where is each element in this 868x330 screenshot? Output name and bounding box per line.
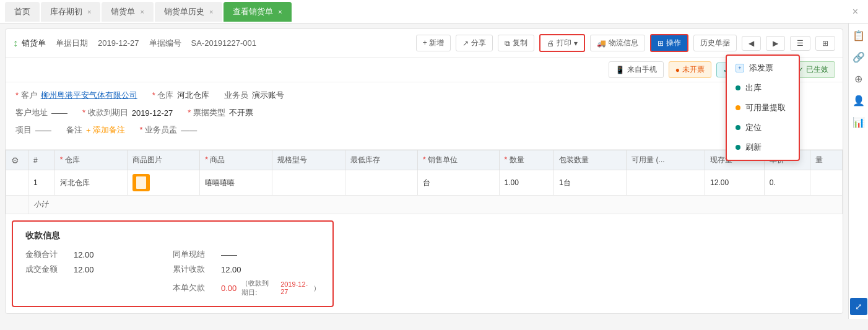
th-quantity: * 数量: [499, 150, 553, 170]
project-label: 项目: [15, 124, 32, 136]
product-thumb-inner: [136, 176, 146, 189]
row-pack-qty: 1台: [553, 170, 626, 196]
sidebar-icon-1[interactable]: 📋: [850, 27, 867, 44]
product-table: ⚙ # * 仓库 商品图片 * 商品 规格型号 最低库存 * 销售单位 * 数量…: [6, 150, 843, 214]
sidebar-icon-4[interactable]: 👤: [850, 92, 867, 109]
sidebar-icon-2[interactable]: 🔗: [850, 49, 867, 66]
print-button[interactable]: 🖨 打印 ▾: [539, 34, 585, 52]
tab-inventory[interactable]: 库存期初 ×: [41, 2, 100, 22]
th-product: * 商品: [200, 150, 272, 170]
add-invoice-icon: +: [736, 64, 744, 72]
expand-button[interactable]: ⤢: [850, 298, 867, 315]
outbound-label: 出库: [745, 82, 762, 93]
note-label: 备注: [66, 124, 82, 136]
th-num: #: [28, 150, 55, 170]
view-toggle-grid[interactable]: ⊞: [815, 36, 835, 51]
subtotal-label: 小计: [28, 196, 843, 214]
same-order-value: ——: [221, 250, 237, 259]
from-phone-button[interactable]: 📱 来自手机: [609, 61, 664, 78]
ticket-icon: ●: [675, 66, 680, 74]
product-thumbnail: [132, 174, 150, 191]
payment-total-label: 金额合计: [25, 249, 69, 260]
doc-date-label: 单据日期: [56, 38, 88, 49]
th-more: 量: [810, 150, 842, 170]
tab-view-sales-close[interactable]: ×: [278, 8, 282, 15]
history-button[interactable]: 历史单据: [693, 35, 737, 51]
tab-sales[interactable]: 销货单 ×: [102, 2, 153, 22]
dropdown-add-invoice[interactable]: + 添发票: [727, 58, 799, 78]
view-toggle-list[interactable]: ☰: [790, 36, 810, 51]
owed-value: 0.00: [221, 284, 237, 293]
tab-inventory-close[interactable]: ×: [87, 8, 91, 15]
doc-meta: 单据日期 2019-12-27 单据编号 SA-20191227-001: [56, 38, 256, 49]
window-close-button[interactable]: ×: [848, 4, 863, 20]
tab-home[interactable]: 首页: [5, 2, 40, 22]
employee2-field: 业务员盂 ——: [140, 124, 197, 136]
nav-prev-button[interactable]: ◀: [742, 36, 761, 51]
logistics-button[interactable]: 🚚 物流信息: [590, 35, 645, 51]
sidebar-icon-3[interactable]: ⊕: [852, 71, 865, 87]
row-quantity: 1.00: [499, 170, 553, 196]
doc-title-text: 销货单: [22, 38, 46, 49]
row-warehouse: 河北仓库: [54, 170, 127, 196]
refresh-dot: [736, 145, 740, 150]
form-area: 客户 柳州粤港平安气体有限公司 仓库 河北仓库 业务员 演示账号: [6, 82, 843, 150]
payment-grid: 金额合计 12.00 同单现结 —— 成交金额 12.00 累计收款: [25, 249, 320, 297]
dropdown-outbound[interactable]: 出库: [727, 78, 799, 98]
tab-bar: 首页 库存期初 × 销货单 × 销货单历史 × 查看销货单 × ×: [0, 0, 868, 24]
owed-due-date: 2019-12-27: [280, 280, 308, 295]
cumulative-label: 累计收款: [173, 264, 216, 275]
customer-value[interactable]: 柳州粤港平安气体有限公司: [41, 90, 137, 101]
tab-view-sales[interactable]: 查看销货单 ×: [224, 2, 291, 22]
customer-label: 客户: [15, 90, 37, 101]
ticket-type-value: 不开票: [229, 107, 253, 118]
operations-button[interactable]: ⊞ 操作: [650, 34, 688, 52]
payment-total-row: 金额合计 12.00: [25, 249, 173, 260]
tab-sales-history-close[interactable]: ×: [209, 8, 213, 15]
tab-sales-history[interactable]: 销货单历史 ×: [155, 2, 222, 22]
tab-sales-history-label: 销货单历史: [164, 6, 204, 17]
expand-icon: ⤢: [855, 302, 862, 311]
doc-actions: + 新增 ↗ 分享 ⧉ 复制 🖨 打印 ▾: [416, 34, 835, 52]
row-current-stock: 12.00: [705, 170, 765, 196]
th-warehouse: * 仓库: [54, 150, 127, 170]
doc-number-label: 单据编号: [149, 38, 181, 49]
operations-icon: ⊞: [658, 39, 664, 48]
nav-next-button[interactable]: ▶: [766, 36, 785, 51]
th-image: 商品图片: [127, 150, 199, 170]
row-available: [627, 170, 705, 196]
warehouse-value: 河北仓库: [177, 90, 209, 101]
share-icon: ↗: [462, 39, 469, 48]
th-settings: ⚙: [6, 150, 28, 170]
settings-icon[interactable]: ⚙: [11, 155, 19, 165]
dropdown-locate[interactable]: 定位: [727, 118, 799, 137]
owed-row: 本单欠款 0.00 （收款到期日: 2019-12-27 ）: [173, 279, 320, 297]
tab-sales-label: 销货单: [111, 6, 135, 17]
payment-info-box: 收款信息 金额合计 12.00 同单现结 —— 成交金额 12.00: [12, 220, 334, 307]
employee2-label: 业务员盂: [140, 124, 178, 136]
new-button[interactable]: + 新增: [416, 35, 451, 51]
copy-icon: ⧉: [505, 39, 510, 48]
copy-button[interactable]: ⧉ 复制: [498, 35, 534, 51]
not-opened-button[interactable]: ● 未开票: [669, 61, 711, 78]
dropdown-available-pickup[interactable]: 可用量提取: [727, 98, 799, 118]
tab-sales-close[interactable]: ×: [140, 8, 144, 15]
doc-title: ↕ 销货单: [13, 38, 46, 49]
th-available: 可用量 (...: [627, 150, 705, 170]
cumulative-value: 12.00: [221, 265, 241, 274]
address-field: 客户地址 ——: [15, 107, 67, 118]
share-button[interactable]: ↗ 分享: [456, 35, 493, 51]
employee2-value: ——: [181, 126, 197, 135]
dropdown-refresh[interactable]: 刷新: [727, 137, 799, 157]
payment-date-field: 收款到期日 2019-12-27: [82, 107, 173, 118]
transaction-row: 成交金额 12.00: [25, 264, 173, 275]
add-note-button[interactable]: + 添加备注: [86, 124, 125, 136]
doc-number-value: SA-20191227-001: [191, 38, 257, 48]
locate-dot: [736, 125, 740, 130]
cumulative-row: 累计收款 12.00: [173, 264, 320, 275]
employee-field: 业务员 演示账号: [224, 90, 284, 101]
outbound-dot: [736, 85, 740, 90]
sidebar-icon-5[interactable]: 📊: [850, 114, 867, 131]
phone-icon: 📱: [615, 66, 625, 74]
form-row-2: 客户地址 —— 收款到期日 2019-12-27 票据类型 不开票: [15, 107, 833, 118]
